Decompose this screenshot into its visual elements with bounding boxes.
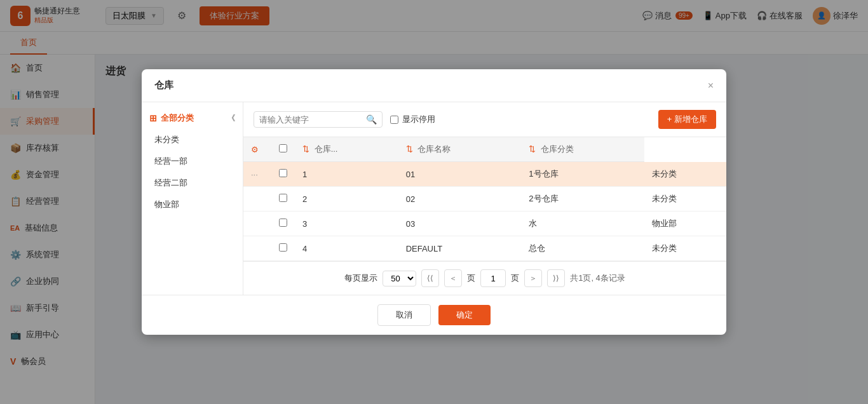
th-checkbox [271,137,295,162]
th-category: ⇅ 仓库分类 [521,137,644,162]
table-header-row: ⚙ ⇅ 仓库... ⇅ 仓库名称 [243,137,726,162]
row-actions: ··· [243,162,271,187]
row-code-3: 03 [398,212,522,236]
sort-icon-name: ⇅ [406,144,413,154]
category-panel: ⊞ 全部分类 《 未分类 经营一部 经营二部 物业部 [142,102,243,295]
search-box: 🔍 [254,111,383,128]
row-actions [243,187,271,212]
row-index-3: 3 [295,212,398,236]
row-checkbox-3[interactable] [279,219,287,227]
row-name-3: 水 [521,212,644,236]
collapse-icon[interactable]: 《 [227,113,235,124]
sort-icon-category: ⇅ [529,144,536,154]
show-disabled-checkbox[interactable] [390,116,398,124]
warehouse-table: ⚙ ⇅ 仓库... ⇅ 仓库名称 [243,137,726,261]
row-index-2: 2 [295,187,398,212]
grid-icon: ⊞ [149,113,157,123]
add-warehouse-button[interactable]: + 新增仓库 [658,110,716,129]
modal-body: ⊞ 全部分类 《 未分类 经营一部 经营二部 物业部 🔍 [142,102,726,295]
cancel-button[interactable]: 取消 [377,304,431,326]
row-checkbox-2[interactable] [279,194,287,202]
modal-footer: 取消 确定 [142,295,726,335]
row-checkbox-4[interactable] [279,243,287,252]
row-cat-3: 物业部 [644,212,726,236]
cat-item-2[interactable]: 经营二部 [142,172,243,194]
page-input[interactable] [480,269,506,287]
th-settings: ⚙ [243,137,271,162]
confirm-button[interactable]: 确定 [438,305,491,325]
select-all-checkbox[interactable] [279,144,287,152]
sort-icon-code: ⇅ [302,144,309,154]
show-disabled-label[interactable]: 显示停用 [390,114,435,125]
next-page-button[interactable]: ＞ [524,269,542,287]
per-page-label: 每页显示 [344,273,377,284]
content-panel: 🔍 显示停用 + 新增仓库 ⚙ [243,102,726,295]
search-input[interactable] [259,115,366,125]
row-index-1: 1 [295,162,398,187]
modal-title: 仓库 [154,79,173,91]
th-code: ⇅ 仓库... [295,137,398,162]
row-index-4: 4 [295,236,398,261]
table-row[interactable]: 3 03 水 物业部 [243,212,726,236]
row-code-4: DEFAULT [398,236,522,261]
ellipsis-button[interactable]: ··· [251,170,258,179]
modal-header: 仓库 × [142,69,726,102]
modal-close-button[interactable]: × [708,80,714,91]
modal-overlay: 仓库 × ⊞ 全部分类 《 未分类 经营一部 经营二部 物业部 [0,0,868,404]
page-label: 页 [467,273,475,284]
table-row[interactable]: ··· 1 01 1号仓库 未分类 [243,162,726,187]
cat-item-0[interactable]: 未分类 [142,129,243,151]
prev-page-button[interactable]: ＜ [444,269,462,287]
row-cat-4: 未分类 [644,236,726,261]
row-actions [243,236,271,261]
row-cat-2: 未分类 [644,187,726,212]
row-code-2: 02 [398,187,522,212]
category-header[interactable]: ⊞ 全部分类 《 [142,107,243,129]
per-page-select[interactable]: 50 [383,271,416,286]
total-info: 共1页, 4条记录 [570,273,625,284]
modal-toolbar: 🔍 显示停用 + 新增仓库 [243,102,726,137]
last-page-button[interactable]: ⟩⟩ [547,269,565,287]
pagination: 每页显示 50 ⟨⟨ ＜ 页 页 ＞ ⟩⟩ 共1页, 4条记录 [243,261,726,295]
warehouse-modal: 仓库 × ⊞ 全部分类 《 未分类 经营一部 经营二部 物业部 [142,69,726,335]
table-row[interactable]: 4 DEFAULT 总仓 未分类 [243,236,726,261]
page-unit: 页 [511,273,519,284]
row-name-2: 2号仓库 [521,187,644,212]
cat-item-1[interactable]: 经营一部 [142,151,243,172]
row-actions [243,212,271,236]
row-name-1: 1号仓库 [521,162,644,187]
cat-item-3[interactable]: 物业部 [142,194,243,215]
table-row[interactable]: 2 02 2号仓库 未分类 [243,187,726,212]
row-name-4: 总仓 [521,236,644,261]
row-code-1: 01 [398,162,522,187]
row-checkbox-1[interactable] [279,169,287,177]
row-cat-1: 未分类 [644,162,726,187]
first-page-button[interactable]: ⟨⟨ [421,269,439,287]
th-name: ⇅ 仓库名称 [398,137,522,162]
search-icon: 🔍 [366,114,377,125]
